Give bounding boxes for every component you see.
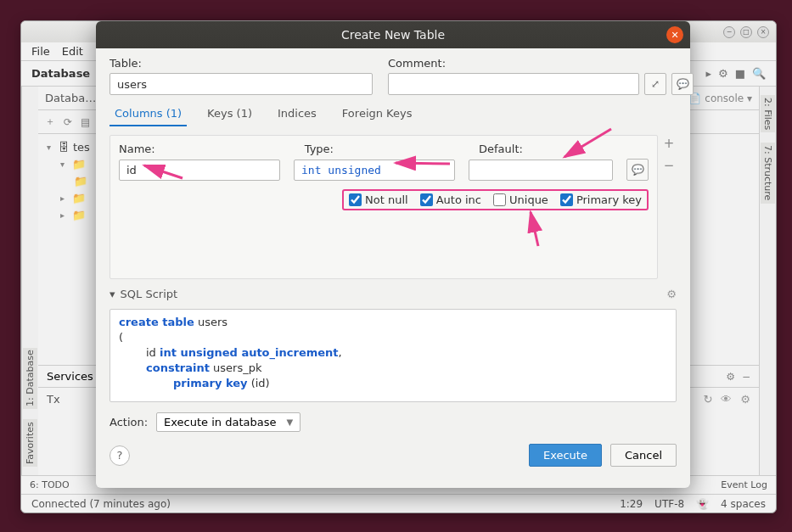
menu-edit[interactable]: Edit xyxy=(62,45,83,58)
create-table-dialog: Create New Table ✕ Table: Comment: ⤢ 💬 C… xyxy=(96,21,690,488)
column-type-input[interactable] xyxy=(294,160,455,181)
help-button[interactable]: ? xyxy=(110,445,130,466)
ghost-icon[interactable]: 👻 xyxy=(696,498,709,510)
eye-icon[interactable]: 👁 xyxy=(721,393,732,406)
remove-column-button[interactable]: − xyxy=(661,157,677,174)
right-gutter: 2: Files 7: Structure xyxy=(759,87,776,475)
breadcrumb: Database xyxy=(31,67,90,80)
stop-icon[interactable]: ■ xyxy=(735,67,745,80)
services-title: Services xyxy=(47,370,93,383)
tab-todo[interactable]: 6: TODO xyxy=(30,479,70,490)
sql-script-label: SQL Script xyxy=(121,288,178,300)
minimize-icon[interactable]: − xyxy=(742,371,750,383)
execute-button[interactable]: Execute xyxy=(529,444,602,467)
close-button[interactable]: × xyxy=(757,26,769,38)
comment-icon[interactable]: 💬 xyxy=(671,73,694,95)
unique-checkbox[interactable]: Unique xyxy=(493,193,548,206)
dialog-titlebar: Create New Table ✕ xyxy=(96,21,690,48)
column-name-input[interactable] xyxy=(119,160,280,181)
cancel-button[interactable]: Cancel xyxy=(610,444,677,467)
status-message: Connected (7 minutes ago) xyxy=(31,498,171,510)
add-icon[interactable]: ＋ xyxy=(45,115,55,129)
tx-label: Tx xyxy=(47,393,60,406)
run-icon[interactable]: ▸ xyxy=(706,67,712,80)
chevron-down-icon[interactable]: ▾ xyxy=(110,288,115,300)
minimize-button[interactable]: − xyxy=(723,26,735,38)
column-flags: Not null Auto inc Unique Primary key xyxy=(342,189,649,210)
table-name-input[interactable] xyxy=(110,73,373,95)
not-null-checkbox[interactable]: Not null xyxy=(349,193,408,206)
maximize-button[interactable]: □ xyxy=(740,26,752,38)
column-default-label: Default: xyxy=(479,143,523,155)
commit-icon[interactable]: ↻ xyxy=(703,393,712,406)
menu-file[interactable]: File xyxy=(31,45,50,58)
gutter-tab-favorites[interactable]: Favorites xyxy=(23,419,37,467)
tab-indices[interactable]: Indices xyxy=(272,104,322,126)
cursor-position[interactable]: 1:29 xyxy=(620,498,643,510)
expand-comment-icon[interactable]: ⤢ xyxy=(644,73,666,95)
search-icon[interactable]: 🔍 xyxy=(752,67,766,80)
left-gutter: Favorites 1: Database xyxy=(21,87,38,475)
auto-inc-checkbox[interactable]: Auto inc xyxy=(420,193,481,206)
action-dropdown[interactable]: Execute in database▼ xyxy=(156,412,301,432)
column-name-label: Name: xyxy=(119,143,155,155)
column-default-input[interactable] xyxy=(469,160,613,181)
dialog-title: Create New Table xyxy=(341,28,445,42)
add-column-button[interactable]: + xyxy=(661,135,677,152)
close-icon[interactable]: ✕ xyxy=(666,26,683,43)
sql-preview[interactable]: create table users ( id int unsigned aut… xyxy=(110,309,677,402)
indent[interactable]: 4 spaces xyxy=(721,498,766,510)
db-panel-title: Databa… xyxy=(45,92,96,104)
sql-settings-icon[interactable]: ⚙ xyxy=(666,288,677,300)
console-dropdown[interactable]: 📄 console ▾ xyxy=(688,92,752,104)
comment-input[interactable] xyxy=(388,73,639,95)
tab-eventlog[interactable]: Event Log xyxy=(721,479,767,490)
gutter-tab-files[interactable]: 2: Files xyxy=(761,95,775,132)
status-bar: Connected (7 minutes ago) 1:29 UTF-8 👻 4… xyxy=(21,494,776,512)
table-label: Table: xyxy=(110,57,373,70)
tabs: Columns (1) Keys (1) Indices Foreign Key… xyxy=(110,100,677,130)
refresh-icon[interactable]: ⟳ xyxy=(64,116,72,128)
tab-foreign-keys[interactable]: Foreign Keys xyxy=(337,104,418,126)
tab-columns[interactable]: Columns (1) xyxy=(110,104,187,126)
primary-key-checkbox[interactable]: Primary key xyxy=(560,193,642,206)
column-type-label: Type: xyxy=(305,143,334,155)
gutter-tab-structure[interactable]: 7: Structure xyxy=(761,143,775,203)
tab-keys[interactable]: Keys (1) xyxy=(202,104,257,126)
gear-icon[interactable]: ⚙ xyxy=(718,67,728,80)
gear-icon-2[interactable]: ⚙ xyxy=(740,393,750,406)
settings-icon[interactable]: ⚙ xyxy=(726,371,735,383)
filter-icon[interactable]: ▤ xyxy=(81,116,90,128)
comment-label: Comment: xyxy=(388,57,694,70)
gutter-tab-database[interactable]: 1: Database xyxy=(23,348,37,410)
encoding[interactable]: UTF-8 xyxy=(654,498,684,510)
action-label: Action: xyxy=(110,416,148,428)
default-edit-icon[interactable]: 💬 xyxy=(626,159,649,181)
